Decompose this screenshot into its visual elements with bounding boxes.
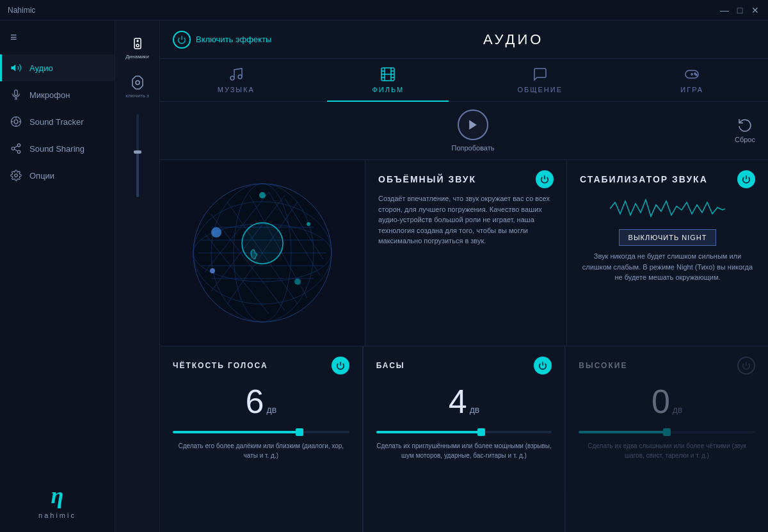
bass-description: Сделать их приглушёнными или более мощны… bbox=[376, 441, 552, 460]
enable-effects-label: Включить эффекты bbox=[196, 35, 271, 44]
voice-clarity-fill bbox=[173, 431, 300, 433]
svg-marker-36 bbox=[469, 120, 477, 130]
sidebar-item-sound-tracker[interactable]: Sound Tracker bbox=[0, 108, 115, 135]
volume-slider-container bbox=[136, 114, 139, 532]
enable-icon bbox=[173, 31, 191, 49]
treble-description: Сделать их едва слышными или более чётки… bbox=[579, 441, 755, 460]
surround-description: Создаёт впечатление, что звук окружает в… bbox=[378, 193, 554, 335]
svg-point-62 bbox=[307, 222, 310, 226]
tab-chat-label: ОБЩЕНИЕ bbox=[517, 86, 563, 93]
voice-clarity-section: ЧЁТКОСТЬ ГОЛОСА 6 дв bbox=[160, 346, 363, 533]
content-area: Попробовать Сброс bbox=[160, 102, 768, 532]
svg-point-57 bbox=[242, 223, 283, 264]
tab-film-label: ФИЛЬМ bbox=[372, 86, 404, 93]
top-bar: Включить эффекты АУДИО bbox=[160, 20, 768, 59]
sphere-visual bbox=[186, 176, 339, 330]
surround-power-button[interactable] bbox=[536, 170, 554, 188]
bass-thumb[interactable] bbox=[477, 428, 485, 436]
voice-clarity-header: ЧЁТКОСТЬ ГОЛОСА bbox=[173, 357, 349, 375]
bass-header: БАСЫ bbox=[376, 357, 552, 375]
treble-thumb[interactable] bbox=[663, 428, 671, 436]
app-title: Nahimic bbox=[8, 6, 35, 15]
reset-label: Сброс bbox=[735, 136, 755, 143]
treble-db-value: 0 bbox=[652, 385, 670, 418]
bass-db-value: 4 bbox=[449, 385, 467, 418]
window-controls: — □ ✕ bbox=[719, 5, 760, 15]
svg-point-17 bbox=[136, 44, 139, 47]
tab-game[interactable]: ИГРА bbox=[616, 59, 769, 101]
svg-point-34 bbox=[694, 73, 696, 74]
svg-point-12 bbox=[17, 150, 20, 154]
tabs-bar: МУЗЫКА ФИЛЬМ ОБЩЕНИЕ bbox=[160, 59, 768, 102]
try-section: Попробовать Сброс bbox=[160, 102, 768, 160]
maximize-button[interactable]: □ bbox=[735, 5, 745, 15]
svg-point-21 bbox=[230, 76, 234, 80]
stabilizer-header: СТАБИЛИЗАТОР ЗВУКА bbox=[580, 170, 755, 188]
sidebar-item-microphone[interactable]: Микрофон bbox=[0, 81, 115, 108]
svg-rect-1 bbox=[15, 90, 18, 96]
sidebar-item-audio[interactable]: Аудио bbox=[0, 54, 115, 81]
tab-music-label: МУЗЫКА bbox=[218, 86, 255, 93]
device-virtual-label: ключить з bbox=[125, 93, 148, 99]
try-label: Попробовать bbox=[452, 144, 495, 152]
svg-point-61 bbox=[210, 268, 215, 273]
minimize-button[interactable]: — bbox=[719, 5, 730, 15]
sidebar: ≡ Аудио Микрофон bbox=[0, 20, 115, 532]
voice-clarity-db-display: 6 дв bbox=[173, 380, 349, 423]
stabilizer-title: СТАБИЛИЗАТОР ЗВУКА bbox=[580, 174, 708, 184]
device-speakers-label: Динамики bbox=[125, 54, 149, 60]
bass-power-button[interactable] bbox=[534, 357, 552, 375]
hamburger-menu[interactable]: ≡ bbox=[0, 26, 115, 54]
stabilizer-section: СТАБИЛИЗАТОР ЗВУКА ВЫКЛЮЧИ bbox=[566, 160, 768, 346]
stabilizer-power-button[interactable] bbox=[737, 170, 755, 188]
bass-slider-row bbox=[376, 428, 552, 436]
speaker-icon bbox=[10, 62, 22, 74]
treble-power-button[interactable] bbox=[737, 357, 755, 375]
tab-chat[interactable]: ОБЩЕНИЕ bbox=[464, 59, 616, 101]
svg-point-60 bbox=[294, 278, 301, 285]
voice-clarity-thumb[interactable] bbox=[296, 428, 303, 436]
svg-point-11 bbox=[12, 147, 15, 150]
sidebar-item-options[interactable]: Опции bbox=[0, 162, 115, 189]
night-mode-button[interactable]: ВЫКЛЮЧИТЬ NIGHT bbox=[619, 229, 717, 246]
volume-thumb[interactable] bbox=[134, 150, 141, 154]
device-speakers[interactable]: Динамики bbox=[115, 31, 159, 65]
voice-clarity-slider-row bbox=[173, 428, 349, 436]
tab-music[interactable]: МУЗЫКА bbox=[160, 59, 312, 101]
sharing-icon bbox=[10, 143, 22, 154]
svg-point-5 bbox=[14, 120, 18, 124]
volume-track[interactable] bbox=[136, 114, 139, 197]
voice-clarity-db-unit: дв bbox=[266, 405, 276, 415]
wave-visual bbox=[580, 196, 755, 222]
treble-db-unit: дв bbox=[673, 405, 683, 415]
close-button[interactable]: ✕ bbox=[750, 5, 760, 15]
voice-clarity-slider[interactable] bbox=[173, 431, 349, 433]
sidebar-options-label: Опции bbox=[29, 171, 54, 181]
try-button[interactable]: Попробовать bbox=[452, 109, 495, 152]
gear-icon bbox=[10, 170, 22, 181]
voice-clarity-db-value: 6 bbox=[246, 385, 264, 418]
svg-point-19 bbox=[136, 81, 140, 85]
surround-header: ОБЪЁМНЫЙ ЗВУК bbox=[378, 170, 554, 188]
stabilizer-description: Звук никогда не будет слишком сильным ил… bbox=[580, 251, 755, 283]
bass-db-display: 4 дв bbox=[376, 380, 552, 423]
sidebar-item-sound-sharing[interactable]: Sound Sharing bbox=[0, 135, 115, 162]
tab-game-label: ИГРА bbox=[680, 86, 703, 93]
voice-clarity-title: ЧЁТКОСТЬ ГОЛОСА bbox=[173, 361, 268, 370]
sidebar-soundtracker-label: Sound Tracker bbox=[29, 117, 84, 127]
bass-slider[interactable] bbox=[376, 431, 552, 433]
svg-point-18 bbox=[137, 40, 138, 42]
try-play-icon bbox=[458, 109, 488, 140]
tab-film[interactable]: ФИЛЬМ bbox=[312, 59, 465, 101]
device-panel: Динамики ключить з bbox=[115, 20, 160, 532]
logo-text: nahimic bbox=[38, 512, 76, 519]
surround-title: ОБЪЁМНЫЙ ЗВУК bbox=[378, 174, 476, 184]
treble-header: ВЫСОКИЕ bbox=[579, 357, 755, 375]
mic-icon bbox=[10, 89, 22, 101]
reset-button[interactable]: Сброс bbox=[735, 118, 755, 143]
bass-fill bbox=[376, 431, 482, 433]
device-virtual[interactable]: ключить з bbox=[115, 70, 159, 104]
voice-clarity-power-button[interactable] bbox=[332, 357, 349, 375]
enable-effects-button[interactable]: Включить эффекты bbox=[173, 31, 271, 49]
treble-slider[interactable] bbox=[579, 431, 755, 433]
